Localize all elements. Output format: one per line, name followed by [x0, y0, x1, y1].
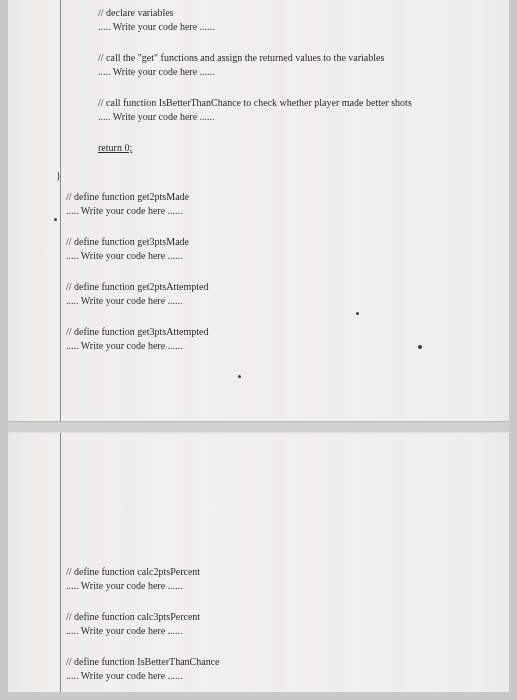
comment-line: // call the "get" functions and assign t…	[98, 51, 509, 65]
placeholder-line: ..... Write your code here ......	[98, 65, 509, 79]
page-1-content: // declare variables ..... Write your co…	[8, 0, 509, 352]
dust-speck	[356, 312, 359, 315]
comment-line: // define function calc2ptsPercent	[66, 565, 509, 579]
return-statement: return 0;	[66, 141, 509, 155]
placeholder-line: ..... Write your code here ......	[66, 204, 509, 218]
placeholder-line: ..... Write your code here ......	[66, 669, 509, 683]
dust-speck	[54, 218, 57, 221]
comment-line: // define function get2ptsMade	[66, 190, 509, 204]
function-def-block: // define function get3ptsMade ..... Wri…	[66, 235, 509, 262]
comment-line: // declare variables	[98, 6, 509, 20]
margin-rule	[60, 433, 61, 692]
comment-block: // call function IsBetterThanChance to c…	[66, 96, 509, 123]
page-2-content: // define function calc2ptsPercent .....…	[8, 433, 509, 682]
function-def-block: // define function calc2ptsPercent .....…	[66, 565, 509, 592]
function-def-block: // define function get3ptsAttempted ....…	[66, 325, 509, 352]
function-def-block: // define function IsBetterThanChance ..…	[66, 655, 509, 682]
placeholder-line: ..... Write your code here ......	[66, 624, 509, 638]
comment-line: // define function get3ptsMade	[66, 235, 509, 249]
comment-line: // call function IsBetterThanChance to c…	[98, 96, 509, 110]
comment-block: // call the "get" functions and assign t…	[66, 51, 509, 78]
comment-block: // declare variables ..... Write your co…	[66, 6, 509, 33]
placeholder-line: ..... Write your code here ......	[66, 579, 509, 593]
comment-line: // define function IsBetterThanChance	[66, 655, 509, 669]
placeholder-line: ..... Write your code here ......	[98, 110, 509, 124]
comment-line: // define function calc3ptsPercent	[66, 610, 509, 624]
function-def-block: // define function calc3ptsPercent .....…	[66, 610, 509, 637]
page-1: // declare variables ..... Write your co…	[8, 0, 509, 422]
dust-speck	[238, 375, 241, 378]
placeholder-line: ..... Write your code here ......	[66, 249, 509, 263]
page-2: // define function calc2ptsPercent .....…	[8, 432, 509, 692]
function-def-block: // define function get2ptsAttempted ....…	[66, 280, 509, 307]
placeholder-line: ..... Write your code here ......	[66, 339, 509, 353]
placeholder-line: ..... Write your code here ......	[98, 20, 509, 34]
dust-speck	[418, 345, 422, 349]
comment-line: // define function get2ptsAttempted	[66, 280, 509, 294]
margin-rule	[60, 0, 61, 421]
page-divider	[8, 422, 509, 432]
close-brace: }	[56, 169, 509, 183]
comment-line: // define function get3ptsAttempted	[66, 325, 509, 339]
placeholder-line: ..... Write your code here ......	[66, 294, 509, 308]
function-def-block: // define function get2ptsMade ..... Wri…	[66, 190, 509, 217]
